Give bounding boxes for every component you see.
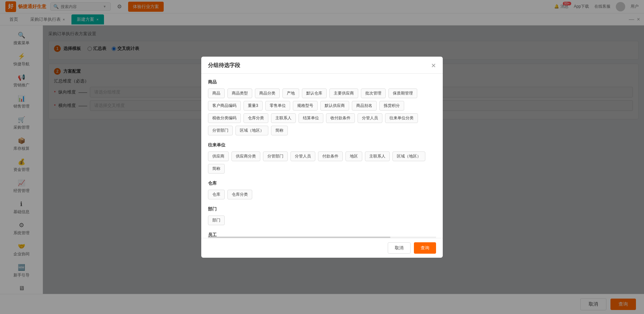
field-tag[interactable]: 往来单位分类 bbox=[385, 113, 418, 123]
field-tag[interactable]: 主联系人 bbox=[271, 113, 296, 123]
field-tag[interactable]: 收付款条件 bbox=[326, 113, 355, 123]
field-tag[interactable]: 付款条件 bbox=[318, 151, 343, 161]
field-tag[interactable]: 商品 bbox=[208, 88, 225, 98]
field-tag[interactable]: 简称 bbox=[208, 164, 225, 174]
field-tag[interactable]: 主联系人 bbox=[365, 151, 390, 161]
field-tag[interactable]: 仓库分类 bbox=[227, 190, 252, 199]
field-section-title: 仓库 bbox=[208, 180, 436, 186]
field-section-员工: 员工业务员 bbox=[208, 232, 436, 237]
field-section-往来单位: 往来单位供应商供应商分类分管部门分管人员付款条件地区主联系人区域（地区）简称 bbox=[208, 142, 436, 174]
field-section-部门: 部门部门 bbox=[208, 206, 436, 225]
field-tag[interactable]: 区域（地区） bbox=[392, 151, 425, 161]
field-tags: 部门 bbox=[208, 215, 436, 225]
field-section-仓库: 仓库仓库仓库分类 bbox=[208, 180, 436, 199]
field-tag[interactable]: 商品别名 bbox=[352, 101, 377, 111]
field-tag[interactable]: 默认仓库 bbox=[302, 88, 327, 98]
field-tag[interactable]: 拣货积分 bbox=[379, 101, 404, 111]
field-tag[interactable]: 批次管理 bbox=[361, 88, 386, 98]
field-tag[interactable]: 税收分类编码 bbox=[208, 113, 241, 123]
field-tag[interactable]: 分管部门 bbox=[263, 151, 288, 161]
field-section-商品: 商品商品商品类型商品分类产地默认仓库主要供应商批次管理保质期管理客户商品编码重量… bbox=[208, 79, 436, 135]
field-tag[interactable]: 零售单位 bbox=[265, 101, 290, 111]
field-tag[interactable]: 供应商 bbox=[208, 151, 229, 161]
field-section-title: 员工 bbox=[208, 232, 436, 237]
field-tag[interactable]: 商品分类 bbox=[255, 88, 280, 98]
field-tag[interactable]: 重量3 bbox=[244, 101, 263, 111]
field-tag[interactable]: 产地 bbox=[282, 88, 299, 98]
modal-cancel-button[interactable]: 取消 bbox=[388, 242, 411, 254]
field-section-title: 往来单位 bbox=[208, 142, 436, 148]
modal-confirm-button[interactable]: 查询 bbox=[414, 242, 436, 254]
modal-footer: 取消 查询 bbox=[201, 238, 443, 258]
field-tags: 供应商供应商分类分管部门分管人员付款条件地区主联系人区域（地区）简称 bbox=[208, 151, 436, 174]
field-tag[interactable]: 商品类型 bbox=[227, 88, 252, 98]
modal-close-button[interactable]: ✕ bbox=[431, 62, 436, 69]
field-tag[interactable]: 规格型号 bbox=[293, 101, 318, 111]
field-tag[interactable]: 主要供应商 bbox=[329, 88, 358, 98]
field-tag[interactable]: 简称 bbox=[271, 126, 288, 135]
modal-header: 分组待选字段 ✕ bbox=[201, 57, 443, 74]
modal-title: 分组待选字段 bbox=[208, 62, 240, 69]
field-tag[interactable]: 分管人员 bbox=[358, 113, 382, 123]
modal-dialog: 分组待选字段 ✕ 商品商品商品类型商品分类产地默认仓库主要供应商批次管理保质期管… bbox=[201, 57, 443, 258]
field-tag[interactable]: 地区 bbox=[345, 151, 362, 161]
field-tags: 商品商品类型商品分类产地默认仓库主要供应商批次管理保质期管理客户商品编码重量3零… bbox=[208, 88, 436, 135]
field-section-title: 部门 bbox=[208, 206, 436, 212]
field-tag[interactable]: 仓库分类 bbox=[244, 113, 268, 123]
field-tag[interactable]: 结算单位 bbox=[299, 113, 323, 123]
field-tag[interactable]: 供应商分类 bbox=[231, 151, 260, 161]
field-tags: 仓库仓库分类 bbox=[208, 190, 436, 199]
field-section-title: 商品 bbox=[208, 79, 436, 85]
field-tag[interactable]: 分管部门 bbox=[208, 126, 233, 135]
modal-overlay: 分组待选字段 ✕ 商品商品商品类型商品分类产地默认仓库主要供应商批次管理保质期管… bbox=[0, 0, 644, 314]
field-tag[interactable]: 默认供应商 bbox=[320, 101, 349, 111]
modal-body[interactable]: 商品商品商品类型商品分类产地默认仓库主要供应商批次管理保质期管理客户商品编码重量… bbox=[201, 74, 443, 237]
field-tag[interactable]: 客户商品编码 bbox=[208, 101, 241, 111]
field-tag[interactable]: 分管人员 bbox=[290, 151, 315, 161]
field-tag[interactable]: 区域（地区） bbox=[235, 126, 268, 135]
field-tag[interactable]: 部门 bbox=[208, 215, 225, 225]
field-tag[interactable]: 仓库 bbox=[208, 190, 225, 199]
field-tag[interactable]: 保质期管理 bbox=[388, 88, 417, 98]
